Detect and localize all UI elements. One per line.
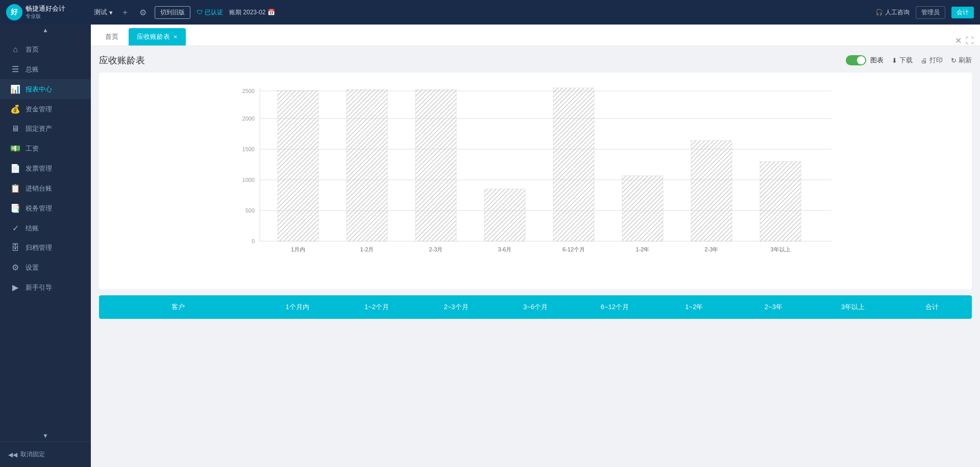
page-actions: 图表 ⬇ 下载 🖨 打印 ↻ 刷新 <box>846 55 972 65</box>
topbar: 好 畅捷通好会计 专业版 测试 ▾ ＋ ⚙ 切到旧版 🛡 已认证 账期 2023… <box>0 0 980 25</box>
sidebar-item-invoice[interactable]: 📄 发票管理 <box>0 158 91 178</box>
fullscreen-icon[interactable]: ⛶ <box>966 36 974 45</box>
invoice-icon: 📄 <box>10 164 20 173</box>
project-selector[interactable]: 测试 ▾ <box>94 8 113 17</box>
project-name: 测试 <box>94 8 107 17</box>
sidebar-item-ledger[interactable]: ☰ 总账 <box>0 59 91 79</box>
certified-text: 已认证 <box>205 8 223 17</box>
period-display: 账期 2023-02 📅 <box>229 8 275 17</box>
sidebar-item-archive[interactable]: 🗄 归档管理 <box>0 238 91 258</box>
sidebar-item-label: 发票管理 <box>26 164 52 173</box>
sidebar-item-funds[interactable]: 💰 资金管理 <box>0 99 91 119</box>
refresh-icon: ↻ <box>951 57 957 64</box>
sidebar-item-label: 总账 <box>26 65 39 74</box>
download-button[interactable]: ⬇ 下载 <box>892 56 913 65</box>
print-button[interactable]: 🖨 打印 <box>921 56 943 65</box>
svg-text:2-3年: 2-3年 <box>705 246 719 252</box>
svg-text:500: 500 <box>246 207 255 214</box>
service-button[interactable]: 🎧 人工咨询 <box>875 8 910 17</box>
ledger-icon: ☰ <box>10 64 20 74</box>
logo-area: 好 畅捷通好会计 专业版 <box>6 4 88 20</box>
bar-2-3month <box>415 89 456 241</box>
tab-home[interactable]: 首页 <box>97 28 127 45</box>
bar-3plus-year <box>760 161 801 241</box>
assets-icon: 🖥 <box>10 124 20 133</box>
unfix-button[interactable]: ◀◀ 取消固定 <box>0 446 91 463</box>
sidebar-item-salary[interactable]: 💵 工资 <box>0 138 91 158</box>
tax-icon: 📑 <box>10 203 20 213</box>
page-header: 应收账龄表 图表 ⬇ 下载 🖨 打印 <box>99 54 972 66</box>
sidebar-item-label: 结账 <box>26 224 39 233</box>
bar-6-12month <box>553 88 594 241</box>
archive-icon: 🗄 <box>10 243 20 252</box>
main-layout: ▲ ⌂ 首页 ☰ 总账 📊 报表中心 💰 资金管理 🖥 固定资产 <box>0 25 980 467</box>
sidebar-item-tax[interactable]: 📑 税务管理 <box>0 198 91 218</box>
content-area: 首页 应收账龄表 ✕ ✕ ⛶ 应收账龄表 <box>91 25 980 467</box>
funds-icon: 💰 <box>10 104 20 114</box>
sidebar-item-label: 设置 <box>26 263 39 272</box>
tab-close-icon[interactable]: ✕ <box>173 34 178 40</box>
th-2-3year: 2~3年 <box>734 295 813 319</box>
page-content: 应收账龄表 图表 ⬇ 下载 🖨 打印 <box>91 46 980 467</box>
sidebar-item-assets[interactable]: 🖥 固定资产 <box>0 119 91 138</box>
sidebar-nav: ⌂ 首页 ☰ 总账 📊 报表中心 💰 资金管理 🖥 固定资产 💵 工资 <box>0 36 91 430</box>
sidebar-item-label: 资金管理 <box>26 105 52 114</box>
period-value: 2023-02 <box>243 9 265 16</box>
calendar-icon[interactable]: 📅 <box>267 9 275 16</box>
svg-text:2500: 2500 <box>242 88 255 94</box>
sidebar-item-close-period[interactable]: ✓ 结账 <box>0 218 91 238</box>
th-3-6month: 3~6个月 <box>496 295 575 319</box>
salary-icon: 💵 <box>10 144 20 153</box>
window-close-icon[interactable]: ✕ <box>955 36 962 45</box>
sales-icon: 📋 <box>10 183 20 193</box>
sidebar-item-home[interactable]: ⌂ 首页 <box>0 40 91 59</box>
scroll-down-arrow[interactable]: ▼ <box>0 430 91 441</box>
certified-badge: 🛡 已认证 <box>197 8 223 17</box>
table-container: 客户 1个月内 1~2个月 2~3个月 3~6个月 6~12个月 1~2年 2~… <box>99 295 972 319</box>
toggle-label: 图表 <box>870 56 884 65</box>
switch-version-button[interactable]: 切到旧版 <box>155 6 190 19</box>
chevron-down-icon: ▾ <box>109 9 113 16</box>
manager-button[interactable]: 管理员 <box>916 6 945 19</box>
print-label: 打印 <box>929 56 943 65</box>
svg-text:1000: 1000 <box>242 177 255 183</box>
print-icon: 🖨 <box>921 57 927 64</box>
toggle-track[interactable] <box>846 55 866 65</box>
logo-icon: 好 <box>6 4 22 20</box>
sidebar-item-reports[interactable]: 📊 报表中心 <box>0 79 91 99</box>
refresh-button[interactable]: ↻ 刷新 <box>951 56 972 65</box>
gear-icon[interactable]: ⚙ <box>137 6 149 19</box>
sidebar-item-label: 归档管理 <box>26 243 52 252</box>
bar-1month <box>278 90 318 241</box>
svg-text:0: 0 <box>252 238 255 244</box>
service-label: 人工咨询 <box>885 8 910 17</box>
chart-container: 0 500 1000 1500 2000 2500 <box>99 73 972 289</box>
svg-text:1月内: 1月内 <box>291 246 305 252</box>
sidebar-item-label: 新手引导 <box>26 283 52 292</box>
sidebar-item-sales[interactable]: 📋 进销台账 <box>0 178 91 198</box>
bar-chart: 0 500 1000 1500 2000 2500 <box>109 83 962 277</box>
sidebar-item-label: 工资 <box>26 144 39 153</box>
th-2-3month: 2~3个月 <box>416 295 496 319</box>
svg-text:6-12个月: 6-12个月 <box>562 246 585 252</box>
sidebar-item-guide[interactable]: ▶ 新手引导 <box>0 277 91 297</box>
shield-icon: 🛡 <box>197 9 203 16</box>
topbar-right: 🎧 人工咨询 管理员 会计 <box>875 6 974 19</box>
bar-1-2month <box>347 89 387 241</box>
close-period-icon: ✓ <box>10 223 20 233</box>
download-icon: ⬇ <box>892 57 897 64</box>
th-1-2year: 1~2年 <box>654 295 733 319</box>
refresh-label: 刷新 <box>959 56 972 65</box>
scroll-up-arrow[interactable]: ▲ <box>0 25 91 36</box>
svg-text:1-2年: 1-2年 <box>636 246 650 252</box>
sidebar-item-settings[interactable]: ⚙ 设置 <box>0 258 91 277</box>
bar-2-3year <box>691 141 732 241</box>
th-1-2month: 1~2个月 <box>337 295 416 319</box>
chart-toggle[interactable]: 图表 <box>846 55 884 65</box>
sidebar: ▲ ⌂ 首页 ☰ 总账 📊 报表中心 💰 资金管理 🖥 固定资产 <box>0 25 91 467</box>
accountant-button[interactable]: 会计 <box>951 7 974 18</box>
add-icon[interactable]: ＋ <box>119 5 131 20</box>
tab-aging-report[interactable]: 应收账龄表 ✕ <box>129 28 186 45</box>
sidebar-item-label: 固定资产 <box>26 124 52 133</box>
svg-text:2-3月: 2-3月 <box>429 246 443 252</box>
